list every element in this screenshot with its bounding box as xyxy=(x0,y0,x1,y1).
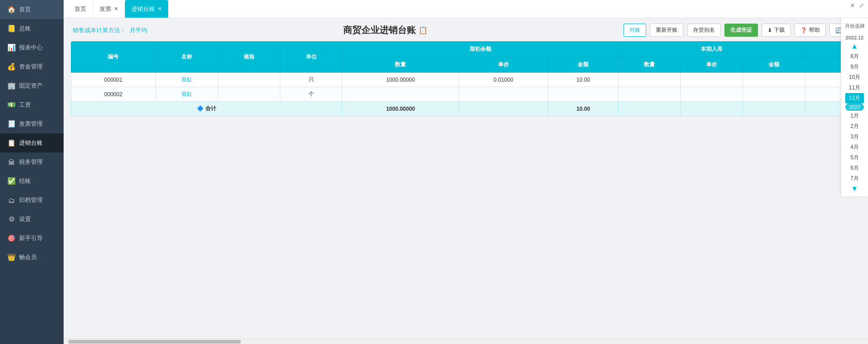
tab-close-icon[interactable]: ✕ xyxy=(114,6,118,12)
sidebar-icon-close: ✅ xyxy=(7,177,15,185)
scrollbar-thumb[interactable] xyxy=(68,340,241,344)
cell-ob-amount xyxy=(548,87,619,102)
sidebar-item-close[interactable]: ✅ 结账 xyxy=(0,172,64,191)
sidebar-item-home[interactable]: 🏠 首页 xyxy=(0,0,64,19)
col-cp-price: 单价 xyxy=(681,57,743,73)
sidebar-icon-guide: 🎯 xyxy=(7,234,15,242)
sidebar-item-assets[interactable]: 🏢 固定资产 xyxy=(0,76,64,95)
toolbar-actions: 对账 重新开账 存货别名 生成凭证 ⬇ 下载 ❓ 帮助 🔄 刷新 xyxy=(624,24,861,37)
cell-code: 000002 xyxy=(71,87,156,102)
month-item-9月[interactable]: 9月 xyxy=(845,62,864,72)
sidebar-icon-invoice-mgmt: 🧾 xyxy=(7,120,15,128)
sidebar-icon-settings: ⚙ xyxy=(7,215,15,223)
month-item-11月[interactable]: 11月 xyxy=(845,83,864,93)
download-button[interactable]: ⬇ 下载 xyxy=(762,24,791,37)
total-ob-amount: 10.00 xyxy=(548,102,619,116)
sidebar-item-settings[interactable]: ⚙ 设置 xyxy=(0,210,64,229)
month-item-2月[interactable]: 2月 xyxy=(845,121,864,132)
sidebar-label-tax: 税务管理 xyxy=(19,158,43,166)
month-item-6月[interactable]: 6月 xyxy=(845,163,864,173)
save-alias-button[interactable]: 存货别名 xyxy=(687,24,721,37)
cell-cp-qty xyxy=(619,87,681,102)
cell-ob-amount: 10.00 xyxy=(548,73,619,87)
tab-发票[interactable]: 发票✕ xyxy=(93,0,125,18)
sidebar-icon-assets: 🏢 xyxy=(7,82,15,90)
sidebar: 🏠 首页📒 总账📊 报表中心💰 资金管理🏢 固定资产💵 工资🧾 发票管理📋 进销… xyxy=(0,0,64,344)
sidebar-item-funds[interactable]: 💰 资金管理 xyxy=(0,57,64,76)
sidebar-icon-membership: 👑 xyxy=(7,253,15,261)
sidebar-icon-tax: 🏛 xyxy=(7,158,15,166)
cell-cp-qty xyxy=(619,73,681,87)
help-button[interactable]: ❓ 帮助 xyxy=(794,24,826,37)
tab-label: 发票 xyxy=(100,5,111,13)
sidebar-label-guide: 新手引导 xyxy=(19,234,43,242)
main-content: 首页发票✕进销台账✕ ✕ ⤢ 销售成本计算方法： 月平均 商贸企业进销台账 📋 … xyxy=(64,0,868,344)
month-item-3月[interactable]: 3月 xyxy=(845,132,864,142)
month-item-8月[interactable]: 8月 xyxy=(845,51,864,62)
month-item-5月[interactable]: 5月 xyxy=(845,152,864,163)
horizontal-scrollbar[interactable] xyxy=(64,339,868,344)
download-icon: ⬇ xyxy=(768,27,772,34)
sidebar-item-membership[interactable]: 👑 畅会员 xyxy=(0,248,64,267)
table-row: 000001 前缸 只 1000.00000 0.01000 10.00 xyxy=(71,73,861,87)
table-total-row: 🔷合计 1000.00000 10.00 xyxy=(71,102,861,116)
sidebar-item-invoice-mgmt[interactable]: 🧾 发票管理 xyxy=(0,114,64,133)
sidebar-item-archive[interactable]: 🗂 归档管理 xyxy=(0,191,64,210)
expand-window-button[interactable]: ⤢ xyxy=(859,2,864,9)
year-tag-2023: 2023 xyxy=(845,103,864,111)
sidebar-icon-ledger: 📒 xyxy=(7,25,15,33)
total-label: 🔷合计 xyxy=(71,102,342,116)
tab-label: 首页 xyxy=(75,5,86,13)
cell-ob-qty: 1000.00000 xyxy=(342,73,459,87)
generate-voucher-button[interactable]: 生成凭证 xyxy=(724,24,758,37)
total-ob-qty: 1000.00000 xyxy=(342,102,459,116)
month-item-1月[interactable]: 1月 xyxy=(845,111,864,121)
reopen-button[interactable]: 重新开账 xyxy=(650,24,683,37)
sidebar-label-home: 首页 xyxy=(19,5,31,14)
cell-name[interactable]: 前缸 xyxy=(155,73,218,87)
help-icon: ❓ xyxy=(800,27,807,34)
sidebar-item-guide[interactable]: 🎯 新手引导 xyxy=(0,229,64,248)
sidebar-label-funds: 资金管理 xyxy=(19,63,43,71)
cell-spec xyxy=(218,73,280,87)
month-item-4月[interactable]: 4月 xyxy=(845,142,864,152)
title-edit-icon[interactable]: 📋 xyxy=(419,26,428,34)
window-controls: ✕ ⤢ xyxy=(850,2,864,9)
match-button[interactable]: 对账 xyxy=(624,24,646,37)
month-item-10月[interactable]: 10月 xyxy=(845,72,864,83)
sidebar-label-salary: 工资 xyxy=(19,101,31,109)
table-row: 000002 前缸 个 xyxy=(71,87,861,102)
tab-bar: 首页发票✕进销台账✕ xyxy=(64,0,868,18)
sidebar-item-tax[interactable]: 🏛 税务管理 xyxy=(0,152,64,172)
month-item-12月[interactable]: 12月 xyxy=(845,93,864,103)
sidebar-item-purchase-sales[interactable]: 📋 进销台账 xyxy=(0,133,64,152)
cell-spec xyxy=(218,87,280,102)
sidebar-item-ledger[interactable]: 📒 总账 xyxy=(0,19,64,38)
sidebar-label-close: 结账 xyxy=(19,177,31,185)
ledger-table: 编号 名称 规格 单位 期初余额 本期入库 数量 单价 金额 数量 单价 xyxy=(71,41,861,116)
cell-name[interactable]: 前缸 xyxy=(155,87,218,102)
ledger-table-container: 编号 名称 规格 单位 期初余额 本期入库 数量 单价 金额 数量 单价 xyxy=(71,41,861,116)
sidebar-item-salary[interactable]: 💵 工资 xyxy=(0,95,64,114)
sidebar-label-reports: 报表中心 xyxy=(19,44,43,52)
sidebar-item-reports[interactable]: 📊 报表中心 xyxy=(0,38,64,57)
cell-code: 000001 xyxy=(71,73,156,87)
col-ob-amount: 金额 xyxy=(548,57,619,73)
cost-method-value: 月平均 xyxy=(130,27,147,34)
close-window-button[interactable]: ✕ xyxy=(850,2,855,9)
month-item-7月[interactable]: 7月 xyxy=(845,173,864,184)
month-selector-panel: 月份选择 2022.12 ▲ 8月9月10月11月12月20231月2月3月4月… xyxy=(841,18,868,197)
sidebar-icon-reports: 📊 xyxy=(7,44,15,52)
toolbar-row: 销售成本计算方法： 月平均 商贸企业进销台账 📋 对账 重新开账 存货别名 生成… xyxy=(71,24,861,37)
cell-cp-amount xyxy=(743,73,805,87)
tab-首页[interactable]: 首页 xyxy=(68,0,93,18)
cell-unit: 个 xyxy=(280,87,342,102)
month-scroll-up[interactable]: ▲ xyxy=(850,41,859,51)
cost-method: 销售成本计算方法： 月平均 xyxy=(71,26,147,34)
tab-close-icon[interactable]: ✕ xyxy=(158,6,162,12)
col-code: 编号 xyxy=(71,42,156,73)
tab-进销台账[interactable]: 进销台账✕ xyxy=(125,0,169,18)
page-content: 销售成本计算方法： 月平均 商贸企业进销台账 📋 对账 重新开账 存货别名 生成… xyxy=(64,18,868,339)
sidebar-icon-archive: 🗂 xyxy=(7,197,15,204)
month-scroll-down[interactable]: ▼ xyxy=(850,184,859,194)
